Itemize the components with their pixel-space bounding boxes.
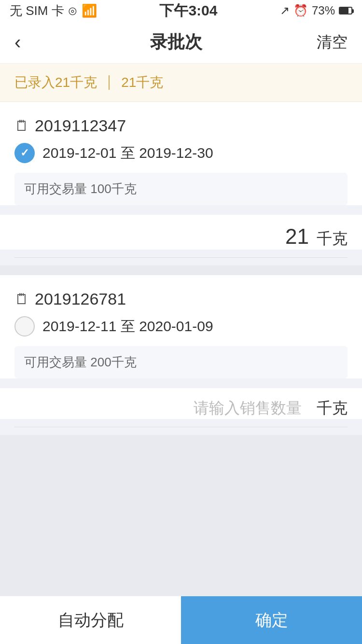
batch-item-1: 🗒 2019112347 2019-12-01 至 2019-12-30 可用交… [0, 102, 362, 205]
battery-text: 73% [312, 4, 335, 17]
batch-2-available-qty: 可用交易量 200千克 [14, 346, 348, 378]
batch-item-2: 🗒 2019126781 2019-12-11 至 2020-01-09 可用交… [0, 275, 362, 378]
batch-1-date: 2019-12-01 至 2019-12-30 [42, 143, 213, 163]
batch-2-input-row: 千克 [0, 388, 362, 419]
status-right: ↗ ⏰ 73% [280, 4, 352, 17]
recorded-value: 21千克 [121, 73, 163, 92]
status-time: 下午3:04 [159, 1, 217, 21]
batch-1-amount-unit: 千克 [317, 228, 348, 250]
batch-1-available-qty: 可用交易量 100千克 [14, 173, 348, 205]
content-scroll: 🗒 2019112347 2019-12-01 至 2019-12-30 可用交… [0, 102, 362, 644]
sim-text: 无 SIM 卡 ⊙ [10, 2, 78, 19]
batch-2-date-row: 2019-12-11 至 2020-01-09 [14, 316, 348, 336]
batch-2-divider [14, 427, 348, 427]
info-banner: 已录入21千克 21千克 [0, 64, 362, 102]
wifi-icon: 📶 [82, 3, 97, 18]
batch-1-amount-number: 21 [285, 224, 309, 249]
battery-icon [339, 7, 352, 14]
batch-1-radio[interactable] [14, 143, 35, 163]
back-button[interactable]: ‹ [14, 31, 43, 53]
separator-1 [0, 266, 362, 275]
batch-2-qty-input[interactable] [164, 399, 309, 417]
bottom-bar: 自动分配 确定 [0, 596, 362, 644]
batch-1-divider [14, 257, 348, 258]
alarm-icon: ⏰ [293, 4, 308, 17]
auto-distribute-button[interactable]: 自动分配 [0, 596, 181, 644]
status-left: 无 SIM 卡 ⊙ 📶 [10, 2, 97, 19]
recorded-label: 已录入21千克 [14, 73, 97, 92]
location-icon: ↗ [280, 4, 290, 17]
banner-divider [109, 75, 110, 90]
batch-1-id: 2019112347 [35, 116, 126, 135]
batch-1-icon: 🗒 [14, 118, 29, 134]
status-bar: 无 SIM 卡 ⊙ 📶 下午3:04 ↗ ⏰ 73% [0, 0, 362, 21]
batch-1-header: 🗒 2019112347 [14, 116, 348, 135]
clear-button[interactable]: 清空 [309, 32, 348, 53]
batch-2-icon: 🗒 [14, 291, 29, 308]
batch-2-date: 2019-12-11 至 2020-01-09 [42, 317, 213, 336]
batch-1-date-row: 2019-12-01 至 2019-12-30 [14, 143, 348, 163]
batch-1-amount-row: 21 千克 [0, 215, 362, 250]
batch-2-input-unit: 千克 [317, 398, 348, 419]
batch-2-id: 2019126781 [35, 290, 126, 308]
batch-2-radio[interactable] [14, 316, 35, 336]
confirm-button[interactable]: 确定 [181, 596, 362, 644]
page-title: 录批次 [150, 30, 202, 54]
nav-bar: ‹ 录批次 清空 [0, 21, 362, 64]
batch-2-header: 🗒 2019126781 [14, 290, 348, 308]
